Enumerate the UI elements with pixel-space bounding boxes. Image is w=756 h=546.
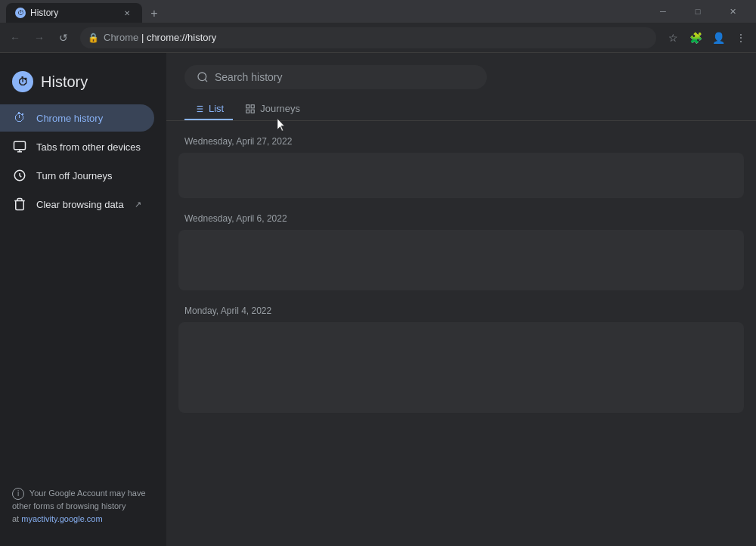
myactivity-link[interactable]: myactivity.google.com	[21, 514, 102, 523]
toolbar: ← → ↺ 🔒 Chrome | chrome://history ☆ 🧩 👤 …	[0, 23, 756, 53]
clear-browsing-data-label: Clear browsing data	[36, 199, 124, 210]
sidebar-item-turn-off-journeys[interactable]: Turn off Journeys	[0, 162, 154, 189]
svg-point-4	[198, 73, 206, 81]
search-icon	[197, 71, 209, 83]
date-section-2: Monday, April 4, 2022	[178, 296, 744, 413]
tab-journeys-label: Journeys	[260, 103, 300, 114]
back-button[interactable]: ←	[5, 27, 26, 48]
tabs-other-devices-icon	[12, 139, 27, 154]
address-bar[interactable]: 🔒 Chrome | chrome://history	[80, 27, 656, 48]
svg-rect-14	[251, 110, 254, 113]
svg-rect-12	[246, 104, 249, 107]
address-sep: |	[141, 32, 147, 43]
sidebar-nav: ⏱ Chrome history Tabs from other devices	[0, 104, 166, 218]
search-bar-area	[166, 53, 756, 95]
turn-off-journeys-icon	[12, 168, 27, 183]
tab-favicon: ⏱	[15, 8, 26, 18]
titlebar: ⏱ History ✕ + ─ □ ✕	[0, 0, 756, 23]
chrome-history-label: Chrome history	[36, 113, 103, 124]
date-card-1	[178, 230, 744, 290]
minimize-button[interactable]: ─	[646, 0, 680, 23]
info-icon: i	[12, 488, 24, 500]
window-controls: ─ □ ✕	[646, 0, 750, 23]
date-section-0: Wednesday, April 27, 2022	[178, 127, 744, 198]
sidebar-header: ⏱ History	[0, 65, 166, 104]
page: ⏱ History ⏱ Chrome history Tabs from oth…	[0, 53, 756, 546]
tabs-other-devices-label: Tabs from other devices	[36, 141, 141, 153]
maximize-button[interactable]: □	[680, 0, 715, 23]
extensions-button[interactable]: 🧩	[685, 27, 706, 48]
address-chrome: Chrome	[104, 32, 138, 43]
date-card-0	[178, 153, 744, 198]
footer-text: Your Google Account may have other forms…	[12, 489, 146, 510]
new-tab-button[interactable]: +	[145, 5, 163, 23]
sidebar-item-chrome-history[interactable]: ⏱ Chrome history	[0, 104, 154, 132]
reload-button[interactable]: ↺	[53, 27, 74, 48]
search-box[interactable]	[184, 65, 487, 89]
date-heading-0: Wednesday, April 27, 2022	[178, 127, 744, 153]
toolbar-actions: ☆ 🧩 👤 ⋮	[662, 27, 751, 48]
close-button[interactable]: ✕	[715, 0, 750, 23]
sidebar-logo: ⏱	[12, 71, 33, 92]
sidebar-item-clear-browsing-data[interactable]: Clear browsing data ↗	[0, 191, 154, 218]
chrome-history-icon: ⏱	[12, 110, 27, 126]
lock-icon: 🔒	[88, 33, 99, 43]
tab-title: History	[30, 8, 116, 18]
tab-journeys[interactable]: Journeys	[236, 98, 309, 120]
journeys-icon	[245, 104, 256, 114]
sidebar-title: History	[41, 73, 88, 91]
clear-browsing-data-icon	[12, 197, 27, 212]
external-link-icon: ↗	[135, 200, 141, 209]
sidebar: ⏱ History ⏱ Chrome history Tabs from oth…	[0, 53, 166, 546]
svg-rect-13	[251, 104, 254, 107]
date-heading-2: Monday, April 4, 2022	[178, 296, 744, 322]
profile-button[interactable]: 👤	[708, 27, 729, 48]
date-card-2	[178, 322, 744, 413]
turn-off-journeys-label: Turn off Journeys	[36, 170, 112, 181]
tab-list-label: List	[209, 103, 224, 114]
list-icon	[194, 104, 204, 114]
forward-button[interactable]: →	[29, 27, 50, 48]
svg-rect-0	[14, 141, 26, 150]
tab-close-button[interactable]: ✕	[121, 7, 133, 19]
main-content: List Journeys Wednesday, April 27, 2022 …	[166, 53, 756, 546]
tabs-bar: List Journeys	[166, 95, 756, 121]
menu-button[interactable]: ⋮	[730, 27, 751, 48]
date-section-1: Wednesday, April 6, 2022	[178, 204, 744, 290]
svg-line-5	[205, 79, 207, 82]
date-heading-1: Wednesday, April 6, 2022	[178, 204, 744, 230]
tab-list[interactable]: List	[184, 98, 233, 120]
search-input[interactable]	[215, 71, 475, 83]
bookmark-button[interactable]: ☆	[662, 27, 683, 48]
tab-strip: ⏱ History ✕ +	[6, 0, 646, 23]
svg-rect-15	[246, 110, 249, 113]
history-content: Wednesday, April 27, 2022 Wednesday, Apr…	[166, 121, 756, 546]
address-path: chrome://history	[147, 32, 216, 43]
active-tab[interactable]: ⏱ History ✕	[6, 3, 142, 23]
sidebar-item-tabs-from-other-devices[interactable]: Tabs from other devices	[0, 133, 154, 160]
address-url: Chrome | chrome://history	[104, 32, 649, 43]
sidebar-footer: i Your Google Account may have other for…	[0, 478, 166, 534]
